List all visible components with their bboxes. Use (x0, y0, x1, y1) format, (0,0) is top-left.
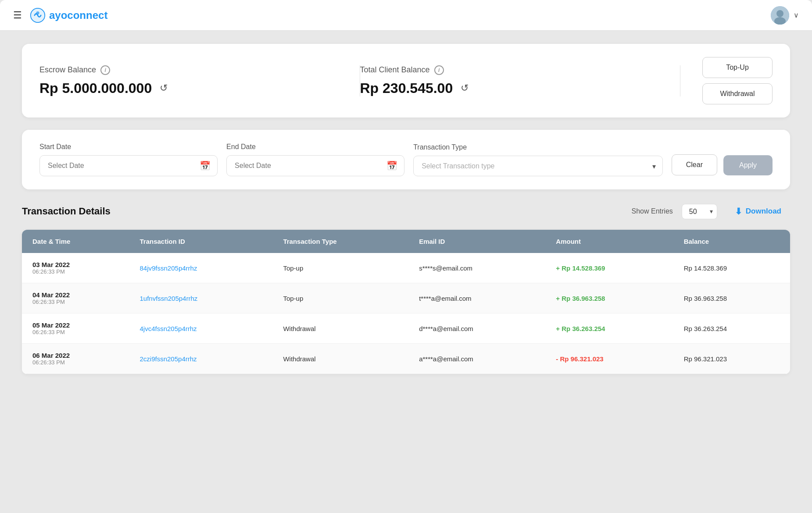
filter-buttons: Clear Apply (672, 154, 773, 176)
topnav: ☰ ayoconnect ∨ (0, 0, 812, 31)
topnav-right: ∨ (771, 6, 799, 25)
cell-txid-0: 84jv9fssn205p4rrhz (129, 253, 273, 283)
col-txid: Transaction ID (129, 230, 273, 253)
svg-point-3 (776, 10, 783, 17)
download-button[interactable]: ⬇ Download (726, 202, 790, 221)
entries-select-wrap: 50 25 100 ▾ (682, 204, 717, 219)
withdrawal-button[interactable]: Withdrawal (702, 83, 773, 104)
cell-time-0: 06:26:33 PM (32, 268, 119, 275)
cell-datetime-3: 06 Mar 2022 06:26:33 PM (22, 344, 129, 374)
cell-txid-3: 2czi9fssn205p4rrhz (129, 344, 273, 374)
cell-email-3: a****a@email.com (408, 344, 545, 374)
col-datetime: Date & Time (22, 230, 129, 253)
svg-point-1 (36, 11, 39, 14)
cell-date-3: 06 Mar 2022 (32, 352, 119, 359)
entries-select[interactable]: 50 25 100 (682, 204, 717, 219)
cell-date-1: 04 Mar 2022 (32, 291, 119, 299)
section-header: Transaction Details Show Entries 50 25 1… (22, 202, 790, 221)
tx-type-group: Transaction Type Select Transaction type… (413, 143, 663, 176)
table-row: 06 Mar 2022 06:26:33 PM 2czi9fssn205p4rr… (22, 344, 790, 374)
start-date-group: Start Date 📅 (39, 143, 218, 176)
cell-email-0: s****s@email.com (408, 253, 545, 283)
cell-balance-0: Rp 14.528.369 (673, 253, 790, 283)
logo-icon (30, 7, 46, 23)
download-label: Download (746, 207, 781, 216)
escrow-info-icon[interactable]: i (100, 65, 110, 75)
table-container: Date & Time Transaction ID Transaction T… (22, 230, 790, 374)
show-entries-label: Show Entries (632, 207, 673, 215)
table-header: Date & Time Transaction ID Transaction T… (22, 230, 790, 253)
col-amount: Amount (545, 230, 673, 253)
cell-txid-2: 4jvc4fssn205p4rrhz (129, 314, 273, 344)
topnav-left: ☰ ayoconnect (13, 7, 107, 23)
download-icon: ⬇ (735, 206, 742, 217)
col-txtype: Transaction Type (272, 230, 408, 253)
table-row: 03 Mar 2022 06:26:33 PM 84jv9fssn205p4rr… (22, 253, 790, 283)
main-content: Escrow Balance i Rp 5.000.000.000 ↺ Tota… (0, 31, 812, 387)
tx-id-link-1[interactable]: 1ufnvfssn205p4rrhz (140, 295, 198, 302)
tx-id-link-3[interactable]: 2czi9fssn205p4rrhz (140, 355, 197, 363)
section-controls: Show Entries 50 25 100 ▾ ⬇ Download (632, 202, 790, 221)
chevron-down-icon[interactable]: ∨ (794, 11, 799, 19)
total-client-info-icon[interactable]: i (434, 65, 444, 75)
total-client-amount: Rp 230.545.00 (360, 80, 453, 96)
cell-balance-1: Rp 36.963.258 (673, 283, 790, 314)
avatar[interactable] (771, 6, 789, 25)
end-date-calendar-icon[interactable]: 📅 (386, 160, 397, 171)
total-client-refresh-icon[interactable]: ↺ (461, 82, 469, 94)
apply-button[interactable]: Apply (723, 155, 773, 175)
tx-type-label: Transaction Type (413, 143, 663, 151)
escrow-refresh-icon[interactable]: ↺ (160, 82, 168, 94)
end-date-label: End Date (226, 143, 404, 151)
cell-txtype-0: Top-up (272, 253, 408, 283)
filter-row: Start Date 📅 End Date 📅 Transaction Type… (39, 143, 773, 176)
table-row: 05 Mar 2022 06:26:33 PM 4jvc4fssn205p4rr… (22, 314, 790, 344)
cell-amount-0: + Rp 14.528.369 (545, 253, 673, 283)
cell-amount-1: + Rp 36.963.258 (545, 283, 673, 314)
cell-date-2: 05 Mar 2022 (32, 321, 119, 329)
col-balance: Balance (673, 230, 790, 253)
tx-type-select[interactable]: Select Transaction type All Top-up Withd… (413, 156, 663, 176)
cell-email-2: d****a@email.com (408, 314, 545, 344)
cell-date-0: 03 Mar 2022 (32, 261, 119, 268)
col-email: Email ID (408, 230, 545, 253)
cell-txtype-2: Withdrawal (272, 314, 408, 344)
end-date-input[interactable] (226, 155, 404, 176)
table-header-row: Date & Time Transaction ID Transaction T… (22, 230, 790, 253)
cell-email-1: t****a@email.com (408, 283, 545, 314)
hamburger-icon[interactable]: ☰ (13, 10, 22, 21)
start-date-input[interactable] (39, 155, 218, 176)
escrow-amount-row: Rp 5.000.000.000 ↺ (39, 80, 342, 96)
tx-id-link-2[interactable]: 4jvc4fssn205p4rrhz (140, 325, 197, 332)
cell-amount-2: + Rp 36.263.254 (545, 314, 673, 344)
cell-datetime-0: 03 Mar 2022 06:26:33 PM (22, 253, 129, 283)
cell-time-1: 06:26:33 PM (32, 299, 119, 305)
start-date-input-wrap: 📅 (39, 155, 218, 176)
cell-amount-3: - Rp 96.321.023 (545, 344, 673, 374)
tx-id-link-0[interactable]: 84jv9fssn205p4rrhz (140, 264, 197, 272)
cell-balance-2: Rp 36.263.254 (673, 314, 790, 344)
start-date-label: Start Date (39, 143, 218, 151)
end-date-group: End Date 📅 (226, 143, 404, 176)
escrow-label-row: Escrow Balance i (39, 65, 342, 75)
logo-text: ayoconnect (49, 9, 107, 21)
total-client-label-row: Total Client Balance i (360, 65, 663, 75)
cell-time-2: 06:26:33 PM (32, 329, 119, 335)
tx-type-select-wrap: Select Transaction type All Top-up Withd… (413, 156, 663, 176)
cell-txtype-1: Top-up (272, 283, 408, 314)
total-client-balance-section: Total Client Balance i Rp 230.545.00 ↺ (360, 65, 681, 96)
total-client-balance-label: Total Client Balance (360, 65, 430, 75)
transactions-table: Date & Time Transaction ID Transaction T… (22, 230, 790, 374)
cell-balance-3: Rp 96.321.023 (673, 344, 790, 374)
cell-datetime-1: 04 Mar 2022 06:26:33 PM (22, 283, 129, 314)
cell-txid-1: 1ufnvfssn205p4rrhz (129, 283, 273, 314)
section-title: Transaction Details (22, 206, 111, 217)
action-buttons: Top-Up Withdrawal (702, 57, 773, 104)
cell-time-3: 06:26:33 PM (32, 359, 119, 366)
table-body: 03 Mar 2022 06:26:33 PM 84jv9fssn205p4rr… (22, 253, 790, 374)
clear-button[interactable]: Clear (672, 154, 717, 175)
start-date-calendar-icon[interactable]: 📅 (200, 160, 211, 171)
total-client-amount-row: Rp 230.545.00 ↺ (360, 80, 663, 96)
topup-button[interactable]: Top-Up (702, 57, 773, 78)
filter-card: Start Date 📅 End Date 📅 Transaction Type… (22, 130, 790, 189)
